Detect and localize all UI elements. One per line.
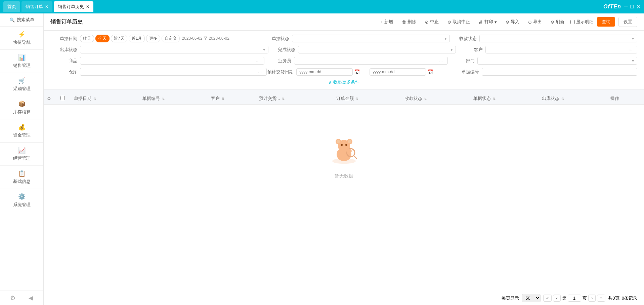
delivery-date-start[interactable] bbox=[296, 68, 353, 76]
top-right-controls: OfTEn ─ □ ✕ bbox=[603, 4, 641, 10]
close-button[interactable]: ✕ bbox=[636, 4, 641, 10]
warehouse-out-arrow-icon: ▾ bbox=[263, 47, 265, 52]
salesman-dots-icon[interactable]: ··· bbox=[437, 58, 445, 63]
export-button[interactable]: ⊙ 导出 bbox=[525, 17, 545, 26]
stop-button[interactable]: ⊘ 中止 bbox=[422, 17, 441, 26]
pill-7days[interactable]: 近7天 bbox=[111, 35, 127, 42]
payment-status-select[interactable]: ▾ bbox=[479, 35, 637, 42]
th-date[interactable]: 单据日期 ⇅ bbox=[71, 93, 139, 105]
th-payment-status[interactable]: 收款状态 ⇅ bbox=[401, 93, 470, 105]
th-customer-label: 客户 bbox=[211, 96, 220, 101]
th-date-label: 单据日期 bbox=[74, 96, 91, 101]
sidebar-search-label: 搜索菜单 bbox=[17, 17, 34, 23]
sidebar-item-ops-mgmt[interactable]: 📈 经营管理 bbox=[0, 143, 43, 166]
th-action: 操作 bbox=[607, 93, 644, 105]
th-no[interactable]: 单据编号 ⇅ bbox=[139, 93, 208, 105]
th-delivery[interactable]: 预计交货... ⇅ bbox=[256, 93, 333, 105]
sidebar-collapse-icon[interactable]: ◀ bbox=[29, 294, 33, 302]
next-page-button[interactable]: › bbox=[588, 295, 596, 302]
th-date-sort-icon: ⇅ bbox=[93, 97, 96, 101]
maximize-button[interactable]: □ bbox=[630, 4, 634, 10]
th-order-status-label: 单据状态 bbox=[473, 96, 491, 101]
salesman-input[interactable]: ··· bbox=[294, 57, 448, 65]
delivery-date-start-cal-icon[interactable]: 📅 bbox=[354, 69, 360, 75]
import-button[interactable]: ⊙ 导入 bbox=[503, 17, 522, 26]
goods-dots-icon[interactable]: ··· bbox=[254, 58, 262, 63]
tab-sales-order-close[interactable]: ✕ bbox=[45, 4, 48, 9]
delivery-date-field: 📅 — 📅 bbox=[296, 68, 452, 76]
show-detail-input[interactable] bbox=[570, 20, 575, 24]
prev-page-button[interactable]: ‹ bbox=[553, 295, 560, 302]
th-order-status[interactable]: 单据状态 ⇅ bbox=[470, 93, 539, 105]
sidebar-item-inventory[interactable]: 📦 库存核算 bbox=[0, 96, 43, 119]
export-label: 导出 bbox=[533, 19, 542, 25]
cancel-stop-button[interactable]: ⊘ 取消中止 bbox=[445, 17, 473, 26]
sidebar-bottom: ⚙ ◀ bbox=[0, 291, 43, 305]
th-amount[interactable]: 订单金额 ⇅ bbox=[333, 93, 401, 105]
pill-1month[interactable]: 近1月 bbox=[129, 35, 145, 42]
warehouse-out-select[interactable]: ▾ bbox=[80, 46, 268, 53]
brand-logo: OfTEn bbox=[603, 4, 621, 10]
th-checkbox[interactable] bbox=[57, 93, 71, 105]
pill-yesterday[interactable]: 昨天 bbox=[80, 35, 94, 42]
table-header: ⚙ 单据日期 ⇅ 单据编号 ⇅ 客户 ⇅ bbox=[44, 93, 644, 105]
goods-input[interactable]: ··· bbox=[80, 57, 264, 65]
department-select[interactable]: ▾ bbox=[477, 57, 637, 65]
sidebar-item-purchase-mgmt[interactable]: 🛒 采购管理 bbox=[0, 73, 43, 96]
order-status-arrow-icon: ▾ bbox=[444, 36, 447, 41]
sidebar-settings-icon[interactable]: ⚙ bbox=[10, 294, 15, 302]
cancel-stop-label: 取消中止 bbox=[453, 19, 470, 25]
tab-sales-history-close[interactable]: ✕ bbox=[86, 4, 89, 9]
page-size-select[interactable]: 50 10 20 100 bbox=[522, 294, 541, 302]
th-no-label: 单据编号 bbox=[142, 96, 160, 101]
print-icon: 🖨 bbox=[479, 20, 483, 25]
delivery-date-end[interactable] bbox=[370, 68, 426, 76]
tab-sales-history[interactable]: 销售订单历史 ✕ bbox=[54, 1, 93, 12]
warehouse-input[interactable]: ··· bbox=[80, 68, 267, 76]
sidebar-item-quick-nav[interactable]: ⚡ 快捷导航 bbox=[0, 27, 43, 50]
show-detail-label: 显示明细 bbox=[576, 19, 594, 25]
print-button[interactable]: 🖨 打印 ▾ bbox=[476, 17, 500, 26]
minimize-button[interactable]: ─ bbox=[624, 4, 628, 10]
th-warehouse-status[interactable]: 出库状态 ⇅ bbox=[539, 93, 607, 105]
tab-sales-history-label: 销售订单历史 bbox=[58, 4, 84, 10]
svg-point-5 bbox=[337, 140, 340, 143]
customer-dots-icon[interactable]: ··· bbox=[627, 47, 634, 52]
sales-mgmt-icon: 📊 bbox=[18, 54, 26, 61]
th-customer[interactable]: 客户 ⇅ bbox=[208, 93, 255, 105]
delivery-date-end-cal-icon[interactable]: 📅 bbox=[427, 69, 433, 75]
delete-button[interactable]: 🗑 删除 bbox=[399, 17, 419, 26]
show-detail-checkbox[interactable]: 显示明细 bbox=[570, 19, 594, 25]
tab-sales-order[interactable]: 销售订单 ✕ bbox=[22, 1, 52, 12]
completion-status-select[interactable]: ▾ bbox=[298, 46, 456, 53]
customer-input[interactable]: ··· bbox=[485, 46, 637, 53]
tab-home[interactable]: 首页 bbox=[3, 1, 20, 12]
pill-more[interactable]: 更多 bbox=[146, 35, 160, 42]
page-size-label: 每页显示 bbox=[502, 295, 519, 301]
last-page-button[interactable]: » bbox=[597, 295, 605, 302]
page-title: 销售订单历史 bbox=[50, 18, 83, 26]
query-button[interactable]: 查询 bbox=[597, 17, 615, 27]
sidebar-item-sys-mgmt[interactable]: ⚙️ 系统管理 bbox=[0, 189, 43, 212]
current-page-input[interactable] bbox=[568, 295, 581, 302]
new-button[interactable]: + 新增 bbox=[378, 17, 396, 26]
sidebar-search[interactable]: 🔍 搜索菜单 bbox=[0, 13, 43, 27]
pill-custom[interactable]: 自定义 bbox=[162, 35, 180, 42]
delete-label: 删除 bbox=[407, 19, 416, 25]
select-all-checkbox[interactable] bbox=[60, 96, 65, 100]
sidebar-item-sales-mgmt[interactable]: 📊 销售管理 bbox=[0, 50, 43, 73]
date-pills: 昨天 今天 近7天 近1月 更多 自定义 bbox=[80, 35, 180, 42]
first-page-button[interactable]: « bbox=[543, 295, 552, 302]
th-settings[interactable]: ⚙ bbox=[44, 93, 57, 105]
collapse-row[interactable]: ∧ 收起更多条件 bbox=[50, 79, 637, 85]
warehouse-dots-icon[interactable]: ··· bbox=[256, 69, 264, 74]
sidebar-item-finance[interactable]: 💰 资金管理 bbox=[0, 119, 43, 143]
toolbar: + 新增 🗑 删除 ⊘ 中止 ⊘ 取消中止 🖨 打印 bbox=[378, 17, 637, 27]
order-status-select[interactable]: ▾ bbox=[292, 35, 450, 42]
sidebar-item-basic-info[interactable]: 📋 基础信息 bbox=[0, 166, 43, 189]
refresh-button[interactable]: ⊙ 刷新 bbox=[548, 17, 567, 26]
new-label: 新增 bbox=[384, 19, 393, 25]
order-no-input[interactable] bbox=[482, 68, 637, 76]
settings-button[interactable]: 设置 bbox=[618, 17, 637, 27]
pill-today[interactable]: 今天 bbox=[95, 35, 110, 42]
